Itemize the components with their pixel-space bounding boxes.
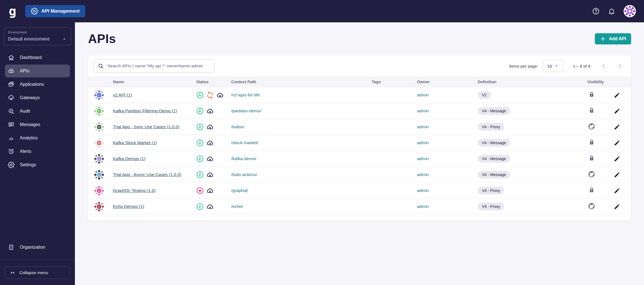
items-per-page-select[interactable]: 10	[543, 60, 563, 72]
lock-icon	[588, 139, 595, 146]
edit-api-button[interactable]	[612, 106, 622, 116]
api-owner: admin	[417, 140, 478, 145]
table-row: v2 API (1) /v2-apis-for-life admin V2	[88, 87, 631, 103]
user-avatar	[623, 5, 636, 18]
edit-api-button[interactable]	[612, 138, 622, 148]
api-status	[196, 155, 231, 163]
api-status	[196, 203, 231, 210]
api-owner: admin	[417, 124, 478, 129]
table-row: GraphQL Testing (1.0) /graphql/ admin V4…	[88, 183, 631, 199]
api-context-path: /kafka-demo/	[231, 156, 372, 161]
api-owner: admin	[417, 172, 478, 177]
notifications-button[interactable]	[608, 7, 615, 15]
sidebar-item-alerts[interactable]: Alerts	[5, 145, 70, 158]
api-name-link[interactable]: GraphQL Testing (1.0)	[113, 188, 156, 193]
api-definition-badge: V4 - Message	[478, 107, 510, 115]
api-name-link[interactable]: Kafka Stock Market (1)	[113, 140, 157, 145]
paginator: Items per page: 10 1 – 8 of 8	[509, 60, 625, 72]
lock-icon	[588, 155, 595, 162]
api-status	[196, 187, 231, 194]
app-switcher-button[interactable]: API Management	[25, 5, 85, 17]
alarm-clock-icon	[8, 148, 15, 155]
sidebar-item-label: Alerts	[20, 149, 31, 154]
add-api-button[interactable]: Add API	[595, 33, 631, 44]
cloud-check-icon	[206, 203, 214, 210]
bell-icon	[608, 7, 615, 15]
cloud-x-icon	[206, 171, 214, 179]
play-icon	[196, 203, 204, 210]
api-name-link[interactable]: Trial App - Sync Use Cases (1.0.0)	[113, 124, 179, 129]
api-owner: admin	[417, 188, 478, 193]
sidebar-item-label: Applications	[20, 82, 44, 87]
topbar-actions	[592, 5, 636, 18]
api-name-link[interactable]: v2 API (1)	[113, 92, 132, 97]
pencil-icon	[614, 124, 621, 130]
api-name-link[interactable]: Trial App - Async Use Cases (1.0.0)	[113, 172, 181, 177]
api-name-link[interactable]: Echo Demos (1)	[113, 204, 144, 209]
api-definition-badge: V4 - Message	[478, 139, 510, 147]
sidebar: Environment Default environment Dashboar…	[0, 22, 75, 285]
api-context-path: /todos/	[231, 124, 372, 129]
pencil-icon	[614, 139, 621, 146]
column-header-visibility: Visibility	[587, 80, 612, 84]
sidebar-item-settings[interactable]: Settings	[5, 158, 70, 171]
api-owner: admin	[417, 156, 478, 161]
column-header-owner: Owner	[417, 80, 478, 84]
cloud-x-icon	[206, 107, 214, 115]
gravitee-logo[interactable]: g	[8, 5, 19, 18]
api-owner: admin	[417, 108, 478, 113]
cloud-x-icon	[216, 91, 224, 99]
edit-api-button[interactable]	[612, 186, 622, 195]
sidebar-footer-nav: Organization	[0, 241, 75, 254]
help-button[interactable]	[592, 7, 600, 15]
pencil-icon	[614, 155, 621, 162]
sidebar-item-label: Messages	[20, 122, 40, 127]
api-visibility	[587, 155, 612, 163]
table-row: Kafka Stock Market (1) /stock-market/ ad…	[88, 135, 631, 151]
api-owner: admin	[417, 92, 478, 98]
api-name-link[interactable]: Kafka Partition Filtering Demo (1)	[113, 108, 177, 113]
lock-icon	[588, 186, 595, 194]
add-api-label: Add API	[609, 36, 626, 41]
home-icon	[8, 54, 15, 61]
collapse-menu-button[interactable]: Collapse menu	[5, 267, 70, 279]
sidebar-item-apis[interactable]: APIs	[5, 65, 70, 77]
table-row: Echo Demos (1) /echo/ admin V4 - Proxy	[88, 199, 631, 215]
api-context-path: /v2-apis-for-life	[231, 92, 372, 98]
user-menu-button[interactable]	[623, 5, 636, 18]
environment-selector[interactable]: Environment Default environment	[4, 27, 71, 45]
sidebar-item-dashboard[interactable]: Dashboard	[5, 51, 70, 64]
sidebar-item-gateways[interactable]: Gateways	[5, 91, 70, 104]
pencil-icon	[614, 171, 621, 178]
edit-api-button[interactable]	[612, 91, 622, 100]
next-page-button[interactable]	[615, 61, 625, 71]
edit-api-button[interactable]	[612, 202, 622, 211]
edit-api-button[interactable]	[612, 154, 622, 163]
sidebar-nav: DashboardAPIsApplicationsGatewaysAuditMe…	[0, 51, 75, 172]
previous-page-button[interactable]	[599, 61, 609, 71]
sidebar-item-label: Gateways	[20, 95, 40, 100]
sidebar-item-audit[interactable]: Audit	[5, 105, 70, 118]
sidebar-item-organization[interactable]: Organization	[5, 241, 70, 254]
api-status	[196, 123, 231, 131]
api-status	[196, 91, 231, 99]
environment-label: Environment	[8, 30, 67, 34]
sidebar-item-applications[interactable]: Applications	[5, 78, 70, 91]
api-avatar	[94, 90, 104, 100]
play-icon	[196, 155, 204, 163]
api-definition-badge: V4 - Message	[478, 171, 510, 179]
lock-icon	[588, 91, 595, 98]
sidebar-item-label: Audit	[20, 109, 30, 114]
api-name-link[interactable]: Kafka Demos (1)	[113, 156, 145, 161]
edit-api-button[interactable]	[612, 122, 622, 132]
table-row: Kafka Demos (1) /kafka-demo/ admin V4 - …	[88, 151, 631, 167]
search-input[interactable]	[107, 63, 210, 69]
edit-api-button[interactable]	[612, 170, 622, 179]
table-row: Trial App - Sync Use Cases (1.0.0) /todo…	[88, 119, 631, 135]
gear-icon	[8, 162, 15, 168]
sidebar-item-messages[interactable]: Messages	[5, 118, 70, 131]
column-header-context-path: Context Path	[231, 80, 372, 84]
sidebar-item-analytics[interactable]: Analytics	[5, 132, 70, 144]
page-title: APIs	[88, 32, 116, 46]
api-status	[196, 107, 231, 115]
